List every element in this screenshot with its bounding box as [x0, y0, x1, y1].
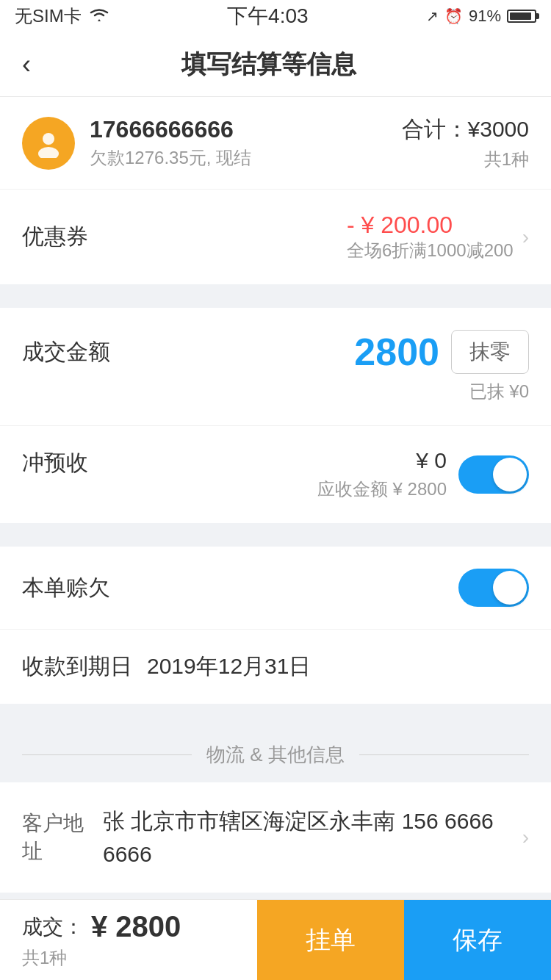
- due-date-value: 2019年12月31日: [147, 652, 311, 682]
- bottom-bar: 成交： ¥ 2800 共1种 挂单 保存: [0, 899, 551, 980]
- transaction-row: 成交金额 2800 抹零: [22, 330, 529, 374]
- battery-percent: 91%: [469, 7, 501, 26]
- divider-line-right: [359, 754, 529, 755]
- debt-toggle-knob: [493, 571, 527, 605]
- prepay-section: 冲预收 ¥ 0 应收金额 ¥ 2800: [0, 425, 551, 523]
- section-divider-3: [0, 716, 551, 727]
- customer-left: 17666666666 欠款1276.35元, 现结: [22, 116, 251, 170]
- address-value: 张 北京市市辖区海淀区永丰南 156 6666 6666: [103, 804, 508, 871]
- round-zero-button[interactable]: 抹零: [451, 330, 529, 374]
- prepay-amount: ¥ 0: [317, 448, 447, 473]
- address-section[interactable]: 客户地址 张 北京市市辖区海淀区永丰南 156 6666 6666 ›: [0, 782, 551, 893]
- content-area: 17666666666 欠款1276.35元, 现结 合计：¥3000 共1种 …: [0, 97, 551, 980]
- coupon-desc: 全场6折满1000减200: [347, 239, 514, 262]
- already-zeroed-text: 已抹 ¥0: [22, 380, 529, 403]
- alarm-icon: ⏰: [444, 7, 463, 25]
- status-time: 下午4:03: [227, 2, 309, 30]
- deal-label: 成交：: [22, 913, 84, 941]
- back-button[interactable]: ‹: [22, 49, 31, 80]
- debt-card: 本单赊欠 收款到期日 2019年12月31日: [0, 547, 551, 704]
- prepay-toggle[interactable]: [458, 455, 529, 494]
- transaction-amount: 2800: [354, 330, 439, 374]
- section-divider-2: [0, 535, 551, 547]
- coupon-right: - ¥ 200.00 全场6折满1000减200 ›: [347, 212, 529, 262]
- deal-count: 共1种: [22, 946, 235, 970]
- location-icon: ↗: [426, 7, 439, 25]
- logistics-text: 物流 & 其他信息: [206, 742, 345, 768]
- deal-amount: ¥ 2800: [91, 910, 181, 943]
- prepay-label: 冲预收: [22, 448, 88, 478]
- total-amount: 合计：¥3000: [402, 115, 529, 145]
- transaction-card: 成交金额 2800 抹零 已抹 ¥0 冲预收 ¥ 0 应收金额 ¥ 2800: [0, 308, 551, 523]
- nav-bar: ‹ 填写结算等信息: [0, 32, 551, 97]
- customer-card: 17666666666 欠款1276.35元, 现结 合计：¥3000 共1种 …: [0, 97, 551, 284]
- page-title: 填写结算等信息: [46, 48, 492, 82]
- no-sim-text: 无SIM卡: [15, 4, 82, 28]
- transaction-label: 成交金额: [22, 337, 110, 367]
- prepay-right: ¥ 0 应收金额 ¥ 2800: [317, 448, 529, 501]
- prepay-amount-group: ¥ 0 应收金额 ¥ 2800: [317, 448, 447, 501]
- bottom-summary: 成交： ¥ 2800 共1种: [0, 910, 257, 970]
- transaction-right: 2800 抹零: [354, 330, 529, 374]
- status-left: 无SIM卡: [15, 4, 109, 28]
- total-count: 共1种: [402, 148, 529, 171]
- customer-row: 17666666666 欠款1276.35元, 现结 合计：¥3000 共1种: [0, 97, 551, 189]
- chevron-right-icon: ›: [522, 226, 529, 249]
- coupon-label: 优惠券: [22, 222, 88, 252]
- transaction-section: 成交金额 2800 抹零 已抹 ¥0: [0, 308, 551, 425]
- status-bar: 无SIM卡 下午4:03 ↗ ⏰ 91%: [0, 0, 551, 32]
- section-divider-1: [0, 296, 551, 308]
- debt-label: 本单赊欠: [22, 573, 110, 603]
- svg-point-1: [38, 147, 59, 158]
- customer-info: 17666666666 欠款1276.35元, 现结: [90, 116, 251, 170]
- status-right: ↗ ⏰ 91%: [426, 7, 536, 26]
- receivable-text: 应收金额 ¥ 2800: [317, 478, 447, 501]
- customer-subtext: 欠款1276.35元, 现结: [90, 146, 251, 170]
- debt-toggle[interactable]: [458, 569, 529, 607]
- save-button[interactable]: 保存: [404, 900, 551, 981]
- due-date-section: 收款到期日 2019年12月31日: [0, 629, 551, 704]
- logistics-divider: 物流 & 其他信息: [0, 727, 551, 782]
- customer-phone: 17666666666: [90, 116, 251, 143]
- avatar: [22, 117, 75, 170]
- svg-point-0: [43, 133, 54, 145]
- battery-icon: [507, 10, 536, 23]
- coupon-row[interactable]: 优惠券 - ¥ 200.00 全场6折满1000减200 ›: [0, 189, 551, 284]
- toggle-knob: [493, 458, 527, 491]
- prepay-row: 冲预收 ¥ 0 应收金额 ¥ 2800: [22, 448, 529, 501]
- debt-section: 本单赊欠: [0, 547, 551, 629]
- address-chevron-icon: ›: [522, 826, 529, 849]
- customer-right: 合计：¥3000 共1种: [402, 115, 529, 171]
- bottom-deal-row: 成交： ¥ 2800: [22, 910, 235, 943]
- hang-button[interactable]: 挂单: [257, 900, 404, 981]
- wifi-icon: [89, 6, 109, 26]
- coupon-amount: - ¥ 200.00: [347, 212, 514, 239]
- address-label: 客户地址: [22, 810, 88, 865]
- divider-line-left: [22, 754, 192, 755]
- due-date-label: 收款到期日: [22, 652, 132, 682]
